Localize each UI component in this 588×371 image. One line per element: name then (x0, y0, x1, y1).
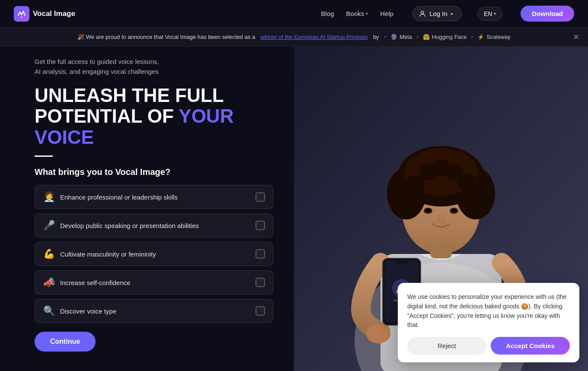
option-emoji-0: 🧑‍💼 (43, 191, 55, 203)
option-card-confidence[interactable]: 📣 Increase self-confidence (35, 270, 273, 295)
hero-heading: UNLEASH THE FULL POTENTIAL OF YOUR VOICE (35, 85, 273, 148)
partner-scaleway: ⚡ Scaleway (477, 34, 511, 40)
scaleway-emoji: ⚡ (477, 34, 484, 40)
meta-emoji: 🔮 (390, 34, 397, 40)
option-card-public-speaking[interactable]: 🎤 Develop public speaking or presentatio… (35, 213, 273, 238)
option-label-2: Cultivate masculinity or femininity (60, 251, 156, 258)
option-card-voice-type[interactable]: 🔍 Discover voice type (35, 299, 273, 323)
svg-point-16 (457, 173, 476, 192)
cookie-actions: Reject Accept Cookies (407, 337, 570, 355)
meta-name: Meta (399, 34, 412, 40)
option-label-4: Discover voice type (60, 308, 116, 315)
nav-link-books[interactable]: Books ▾ (346, 10, 368, 17)
banner-partners: • 🔮 Meta • 🤗 Hugging Face • ⚡ Scaleway (384, 34, 511, 40)
option-card-professional[interactable]: 🧑‍💼 Enhance professional or leadership s… (35, 185, 273, 209)
svg-point-23 (366, 324, 390, 343)
login-chevron-icon: ▸ (451, 11, 454, 16)
dot-sep-3: • (471, 34, 473, 40)
svg-point-18 (465, 196, 486, 217)
person-icon (419, 10, 426, 17)
option-card-masculinity[interactable]: 💪 Cultivate masculinity or femininity (35, 242, 273, 266)
svg-rect-28 (394, 261, 409, 263)
option-label-1: Develop public speaking or presentation … (60, 222, 199, 229)
option-label-3: Increase self-confidence (60, 279, 131, 286)
banner-close-button[interactable]: ✕ (573, 33, 579, 41)
banner-text-start: 🎉 We are proud to announce that Vocal Im… (77, 34, 255, 40)
scaleway-name: Scaleway (486, 34, 511, 40)
logo-text: Vocal Image (33, 10, 75, 18)
cookie-reject-button[interactable]: Reject (407, 337, 486, 355)
subtitle-text: Get the full access to guided voice less… (35, 57, 273, 76)
language-button[interactable]: EN ▾ (477, 7, 502, 21)
svg-point-12 (406, 175, 425, 194)
option-checkbox-2[interactable] (256, 249, 265, 259)
option-checkbox-4[interactable] (256, 306, 265, 316)
option-emoji-4: 🔍 (43, 305, 55, 317)
divider-line (35, 155, 53, 157)
banner-text-end: by (373, 34, 379, 40)
svg-point-22 (452, 209, 456, 212)
cookie-banner: We use cookies to personalize your exper… (398, 283, 579, 362)
left-panel: Get the full access to guided voice less… (0, 47, 294, 371)
hf-name: Hugging Face (432, 34, 467, 40)
nav-logo[interactable]: Vocal Image (14, 6, 75, 22)
continue-button[interactable]: Continue (35, 332, 96, 352)
option-label-0: Enhance professional or leadership skill… (60, 193, 178, 201)
lang-chevron-icon: ▾ (494, 11, 496, 16)
partner-meta: 🔮 Meta (390, 34, 412, 40)
download-button[interactable]: Download (521, 6, 574, 22)
option-emoji-2: 💪 (43, 248, 55, 260)
dot-sep-1: • (384, 34, 387, 40)
option-checkbox-0[interactable] (256, 192, 265, 202)
hf-emoji: 🤗 (423, 34, 430, 40)
option-cards: 🧑‍💼 Enhance professional or leadership s… (35, 185, 273, 323)
partner-hf: 🤗 Hugging Face (423, 34, 467, 40)
cookie-accept-button[interactable]: Accept Cookies (491, 337, 570, 355)
banner-link[interactable]: winner of the European AI Startup Progra… (260, 34, 368, 40)
login-button[interactable]: Log In ▸ (412, 6, 462, 21)
navbar: Vocal Image Blog Books ▾ Help Log In ▸ E… (0, 0, 588, 28)
option-emoji-1: 🎤 (43, 220, 55, 231)
announcement-banner: 🎉 We are proud to announce that Vocal Im… (0, 28, 588, 47)
option-checkbox-1[interactable] (256, 221, 265, 230)
svg-point-21 (426, 209, 430, 212)
svg-point-17 (396, 196, 417, 217)
svg-point-1 (21, 16, 22, 18)
nav-link-help[interactable]: Help (380, 10, 393, 17)
svg-point-2 (421, 11, 424, 14)
section-question: What brings you to Vocal Image? (35, 167, 273, 177)
nav-link-blog[interactable]: Blog (321, 10, 334, 17)
cookie-text: We use cookies to personalize your exper… (407, 292, 570, 330)
nav-links: Blog Books ▾ Help Log In ▸ EN ▾ Download (321, 6, 574, 22)
option-emoji-3: 📣 (43, 277, 55, 288)
logo-icon (14, 6, 29, 22)
option-checkbox-3[interactable] (256, 278, 265, 287)
books-chevron-icon: ▾ (366, 11, 368, 16)
dot-sep-2: • (416, 34, 419, 40)
